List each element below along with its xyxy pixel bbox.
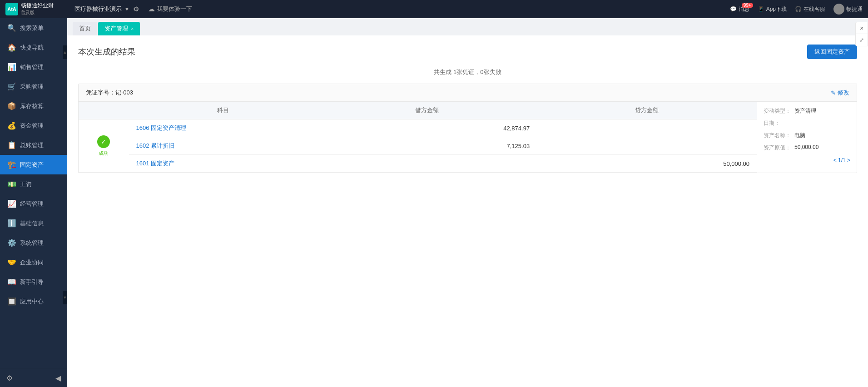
page-title: 本次生成的结果	[78, 46, 135, 57]
app-download-label: App下载	[766, 5, 787, 13]
company-selector[interactable]: 医疗器械行业演示 ▼	[74, 5, 129, 13]
sidebar-item-salary-label: 工资	[20, 180, 32, 189]
sidebar-bottom: ⚙ ◀	[0, 369, 67, 387]
settings-icon[interactable]: ⚙	[133, 5, 139, 13]
sales-icon: 📊	[7, 63, 16, 71]
sidebar-item-sales-label: 销售管理	[20, 63, 44, 71]
detail-pagination[interactable]: < 1/1 >	[764, 157, 850, 164]
online-service-label: 在线客服	[804, 5, 825, 13]
sidebar-scroll-up[interactable]: ▲	[63, 45, 67, 59]
debit-cell-1: 42,874.97	[317, 119, 537, 137]
subject-cell-3[interactable]: 1601 固定资产	[129, 155, 317, 173]
asset-value-label: 资产原值：	[764, 144, 794, 152]
tab-asset-mgmt[interactable]: 资产管理 ×	[98, 22, 140, 35]
tab-asset-mgmt-close[interactable]: ×	[131, 26, 134, 31]
voucher-header: 凭证字号：记-003 ✎ 修改	[79, 84, 857, 102]
sidebar-item-salary[interactable]: 💵 工资	[0, 174, 67, 194]
voucher-edit-button[interactable]: ✎ 修改	[831, 89, 849, 97]
subject-cell-1[interactable]: 1606 固定资产清理	[129, 119, 317, 137]
try-button[interactable]: ☁ 我要体验一下	[148, 5, 192, 13]
sidebar-item-inventory-label: 库存核算	[20, 102, 44, 110]
sidebar-item-inventory[interactable]: 📦 库存核算	[0, 96, 67, 116]
sidebar-item-enterprise[interactable]: 🤝 企业协同	[0, 253, 67, 272]
voucher-table: 科目 借方金额 贷方金额 ✓ 成	[79, 102, 757, 173]
sidebar: ▲ 🔍 搜索菜单 🏠 快捷导航 📊 销售管理 🛒 采购管理 📦 库存核算	[0, 18, 67, 387]
sidebar-item-fixed-assets[interactable]: 🏗️ 固定资产	[0, 155, 67, 174]
sidebar-item-purchase-label: 采购管理	[20, 83, 44, 91]
sidebar-item-system[interactable]: ⚙️ 系统管理	[0, 233, 67, 253]
asset-value-value: 50,000.00	[794, 144, 850, 152]
status-col-header	[79, 102, 129, 119]
tab-home-label: 首页	[79, 25, 91, 33]
page-header: 本次生成的结果 返回固定资产	[78, 45, 857, 59]
top-bar-right: 💬 消息 99+ 📱 App下载 🎧 在线客服 畅捷通	[730, 4, 863, 15]
sidebar-scroll: 🔍 搜索菜单 🏠 快捷导航 📊 销售管理 🛒 采购管理 📦 库存核算 💰	[0, 18, 67, 369]
date-value	[794, 119, 850, 127]
sidebar-item-enterprise-label: 企业协同	[20, 258, 44, 267]
basic-info-icon: ℹ️	[7, 219, 16, 228]
user-profile[interactable]: 畅捷通	[833, 4, 863, 15]
sidebar-item-quick-nav[interactable]: 🏠 快捷导航	[0, 38, 67, 57]
operations-icon: 📈	[7, 199, 16, 208]
salary-icon: 💵	[7, 180, 16, 189]
online-service-icon: 🎧	[795, 6, 802, 12]
credit-cell-2	[537, 137, 757, 155]
debit-col-header: 借方金额	[317, 102, 537, 119]
avatar	[833, 4, 844, 15]
messages-button[interactable]: 💬 消息 99+	[730, 5, 749, 13]
detail-date: 日期：	[764, 119, 850, 127]
try-icon: ☁	[148, 5, 155, 13]
tab-asset-mgmt-label: 资产管理	[104, 25, 128, 33]
tab-bar: 首页 资产管理 ×	[67, 18, 868, 35]
sidebar-collapse-icon[interactable]: ◀	[55, 374, 61, 382]
message-icon: 💬	[730, 6, 737, 12]
sidebar-item-operations-label: 经营管理	[20, 200, 44, 208]
sidebar-item-general-ledger[interactable]: 📋 总账管理	[0, 135, 67, 155]
sidebar-item-quick-nav-label: 快捷导航	[20, 44, 44, 52]
sidebar-item-search[interactable]: 🔍 搜索菜单	[0, 18, 67, 38]
panel-controls: × ⤢	[855, 22, 868, 46]
online-service-button[interactable]: 🎧 在线客服	[795, 5, 825, 13]
return-button[interactable]: 返回固定资产	[807, 45, 857, 59]
sidebar-item-funds[interactable]: 💰 资金管理	[0, 116, 67, 135]
sidebar-item-operations[interactable]: 📈 经营管理	[0, 194, 67, 213]
table-row: 1602 累计折旧 7,125.03	[79, 137, 757, 155]
table-row: ✓ 成功 1606 固定资产清理 42,874.97	[79, 119, 757, 137]
table-row: 1601 固定资产 50,000.00	[79, 155, 757, 173]
app-download-icon: 📱	[758, 6, 764, 12]
status-cell: ✓ 成功	[79, 119, 129, 173]
sidebar-item-fixed-assets-label: 固定资产	[20, 161, 44, 169]
panel-expand-button[interactable]: ⤢	[856, 34, 868, 46]
debit-cell-2: 7,125.03	[317, 137, 537, 155]
sidebar-item-app-center-label: 应用中心	[20, 298, 44, 306]
scroll-up-icon: ▲	[63, 50, 67, 55]
main-layout: ▲ 🔍 搜索菜单 🏠 快捷导航 📊 销售管理 🛒 采购管理 📦 库存核算	[0, 18, 868, 387]
sidebar-scroll-down[interactable]: ▼	[63, 291, 67, 304]
sidebar-item-funds-label: 资金管理	[20, 122, 44, 130]
asset-name-label: 资产名称：	[764, 132, 794, 139]
sidebar-item-purchase[interactable]: 🛒 采购管理	[0, 77, 67, 96]
home-icon: 🏠	[7, 43, 16, 52]
result-summary: 共生成 1张凭证，0张失败	[78, 68, 857, 76]
sidebar-item-guide[interactable]: 📖 新手引导	[0, 272, 67, 292]
company-dropdown-icon: ▼	[124, 6, 129, 12]
debit-cell-3	[317, 155, 537, 173]
inventory-icon: 📦	[7, 102, 16, 110]
panel-close-button[interactable]: ×	[856, 22, 868, 34]
company-name: 医疗器械行业演示	[74, 5, 122, 13]
date-label: 日期：	[764, 119, 794, 127]
guide-icon: 📖	[7, 278, 16, 286]
sidebar-item-basic-info[interactable]: ℹ️ 基础信息	[0, 213, 67, 233]
credit-col-header: 贷方金额	[537, 102, 757, 119]
subject-cell-2[interactable]: 1602 累计折旧	[129, 137, 317, 155]
sidebar-item-sales[interactable]: 📊 销售管理	[0, 57, 67, 77]
tab-home[interactable]: 首页	[73, 22, 97, 35]
voucher-content: 科目 借方金额 贷方金额 ✓ 成	[79, 102, 857, 173]
app-logo: AtA 畅捷通好业财 普及版	[5, 2, 73, 16]
app-download-button[interactable]: 📱 App下载	[758, 5, 787, 13]
page-content: 本次生成的结果 返回固定资产 共生成 1张凭证，0张失败 凭证字号：记-003 …	[67, 35, 868, 387]
sidebar-settings-icon[interactable]: ⚙	[6, 374, 13, 382]
credit-cell-1	[537, 119, 757, 137]
content-area: 首页 资产管理 × 本次生成的结果 返回固定资产 共生成 1张凭证，0张失败 凭…	[67, 18, 868, 387]
sidebar-item-app-center[interactable]: 🔲 应用中心	[0, 292, 67, 311]
